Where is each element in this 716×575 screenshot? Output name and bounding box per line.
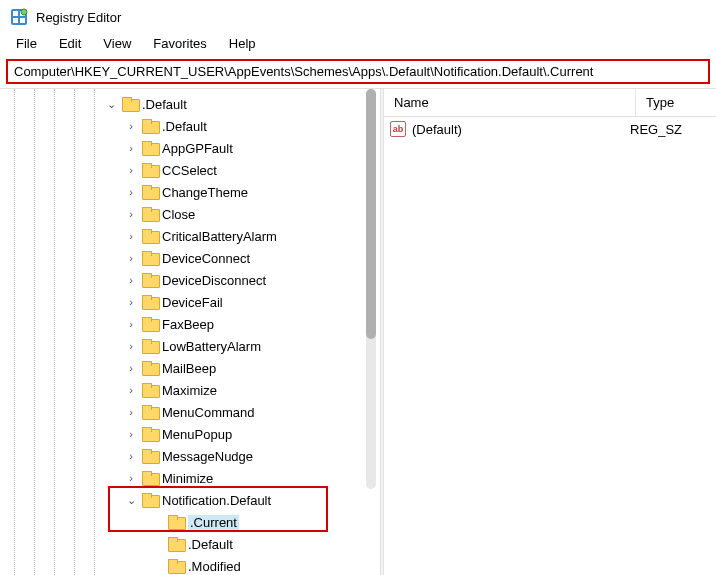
tree-label: CCSelect [162,163,217,178]
tree-node[interactable]: ›DeviceDisconnect [0,269,380,291]
chevron-right-icon[interactable]: › [124,362,138,374]
tree-node[interactable]: ›AppGPFault [0,137,380,159]
chevron-down-icon[interactable]: ⌄ [124,494,138,507]
chevron-right-icon[interactable]: › [124,186,138,198]
values-pane: Name Type ab (Default) REG_SZ [384,89,716,575]
tree-scrollbar-thumb[interactable] [366,89,376,339]
list-header: Name Type [384,89,716,117]
chevron-right-icon[interactable]: › [124,450,138,462]
chevron-right-icon[interactable]: › [124,252,138,264]
svg-point-5 [21,9,27,15]
tree-node[interactable]: ›DeviceConnect [0,247,380,269]
folder-icon [142,163,158,177]
tree-label: DeviceDisconnect [162,273,266,288]
value-type: REG_SZ [630,122,710,137]
menu-favorites[interactable]: Favorites [143,34,216,53]
folder-icon [142,339,158,353]
folder-icon [142,317,158,331]
column-header-name[interactable]: Name [384,89,636,116]
chevron-right-icon[interactable]: › [124,340,138,352]
tree-label: .Default [162,119,207,134]
tree-node[interactable]: ›CCSelect [0,159,380,181]
tree-label: MessageNudge [162,449,253,464]
tree-node[interactable]: ›MenuPopup [0,423,380,445]
folder-icon [142,185,158,199]
string-value-icon: ab [390,121,406,137]
value-row[interactable]: ab (Default) REG_SZ [384,117,716,141]
folder-icon [142,251,158,265]
tree-label: CriticalBatteryAlarm [162,229,277,244]
folder-icon [142,493,158,507]
tree-label: MenuPopup [162,427,232,442]
value-name: (Default) [412,122,624,137]
chevron-right-icon[interactable]: › [124,318,138,330]
regedit-icon [10,8,28,26]
tree-node[interactable]: ›Maximize [0,379,380,401]
chevron-right-icon[interactable]: › [124,384,138,396]
chevron-right-icon[interactable]: › [124,274,138,286]
tree-node[interactable]: ›CriticalBatteryAlarm [0,225,380,247]
tree-node[interactable]: ›.Default [0,115,380,137]
chevron-right-icon[interactable]: › [124,208,138,220]
folder-icon [142,207,158,221]
svg-rect-3 [13,18,18,23]
tree-node[interactable]: ›Close [0,203,380,225]
chevron-down-icon[interactable]: ⌄ [104,98,118,111]
list-body: ab (Default) REG_SZ [384,117,716,575]
registry-tree[interactable]: ⌄ .Default ›.Default›AppGPFault›CCSelect… [0,93,380,575]
folder-icon [168,559,184,573]
tree-node[interactable]: .Current [0,511,380,533]
folder-icon [142,119,158,133]
tree-label: FaxBeep [162,317,214,332]
chevron-right-icon[interactable]: › [124,142,138,154]
folder-icon [142,471,158,485]
chevron-right-icon[interactable]: › [124,472,138,484]
chevron-right-icon[interactable]: › [124,120,138,132]
tree-node[interactable]: ›LowBatteryAlarm [0,335,380,357]
menu-view[interactable]: View [93,34,141,53]
tree-node[interactable]: .Modified [0,555,380,575]
tree-label: Notification.Default [162,493,271,508]
menu-edit[interactable]: Edit [49,34,91,53]
tree-node[interactable]: .Default [0,533,380,555]
tree-node[interactable]: ›DeviceFail [0,291,380,313]
chevron-right-icon[interactable]: › [124,428,138,440]
tree-label: AppGPFault [162,141,233,156]
folder-icon [142,229,158,243]
menubar: File Edit View Favorites Help [0,32,716,57]
address-bar[interactable]: Computer\HKEY_CURRENT_USER\AppEvents\Sch… [6,59,710,84]
tree-node[interactable]: ›MailBeep [0,357,380,379]
folder-icon [142,141,158,155]
titlebar: Registry Editor [0,0,716,32]
tree-label: .Default [142,97,187,112]
menu-file[interactable]: File [6,34,47,53]
tree-label: .Current [188,515,239,530]
folder-icon [142,405,158,419]
tree-label: Maximize [162,383,217,398]
tree-node[interactable]: ›MenuCommand [0,401,380,423]
tree-label: DeviceConnect [162,251,250,266]
tree-label: ChangeTheme [162,185,248,200]
tree-label: .Modified [188,559,241,574]
tree-label: .Default [188,537,233,552]
chevron-right-icon[interactable]: › [124,296,138,308]
tree-label: MailBeep [162,361,216,376]
tree-label: DeviceFail [162,295,223,310]
folder-icon [168,537,184,551]
column-header-type[interactable]: Type [636,89,716,116]
tree-node[interactable]: ›ChangeTheme [0,181,380,203]
folder-icon [168,515,184,529]
tree-node[interactable]: ›FaxBeep [0,313,380,335]
tree-node-default-root[interactable]: ⌄ .Default [0,93,380,115]
main-split: ⌄ .Default ›.Default›AppGPFault›CCSelect… [0,88,716,575]
tree-label: MenuCommand [162,405,255,420]
tree-node-notification-default[interactable]: ⌄ Notification.Default [0,489,380,511]
menu-help[interactable]: Help [219,34,266,53]
tree-node[interactable]: ›MessageNudge [0,445,380,467]
chevron-right-icon[interactable]: › [124,406,138,418]
folder-icon [142,383,158,397]
folder-icon [122,97,138,111]
tree-node[interactable]: ›Minimize [0,467,380,489]
chevron-right-icon[interactable]: › [124,230,138,242]
chevron-right-icon[interactable]: › [124,164,138,176]
